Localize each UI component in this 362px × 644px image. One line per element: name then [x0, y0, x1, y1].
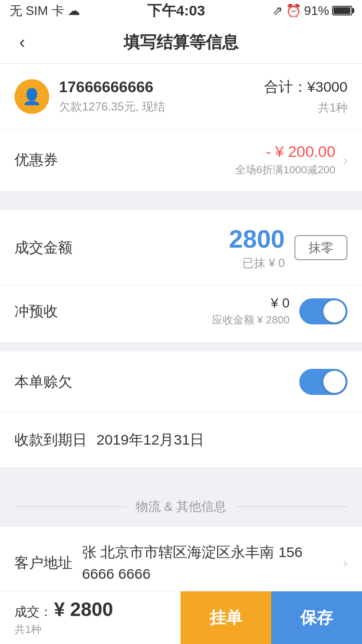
- section-divider: 物流 & 其他信息: [0, 487, 362, 527]
- customer-right: 合计：¥3000 共1种: [264, 77, 348, 115]
- debt-toggle-knob: [323, 371, 346, 393]
- avatar-icon: 👤: [22, 87, 42, 106]
- rush-prepay-amount: ¥ 0: [212, 295, 290, 311]
- toggle-knob: [323, 300, 346, 322]
- rush-prepay-label: 冲预收: [14, 302, 58, 322]
- alarm-icon: ⏰: [286, 3, 301, 18]
- gap1: [0, 200, 362, 210]
- debt-label: 本单赊欠: [14, 372, 72, 392]
- location-icon: ⇗: [272, 3, 283, 18]
- address-chevron-icon: ›: [343, 555, 348, 571]
- address-row[interactable]: 客户地址 张 北京市市辖区海淀区永丰南 156 6666 6666 ›: [0, 527, 362, 599]
- order-count: 共1种: [264, 100, 348, 115]
- order-total: 合计：¥3000: [264, 77, 348, 97]
- round-button[interactable]: 抹零: [294, 235, 348, 260]
- hold-button[interactable]: 挂单: [181, 591, 271, 644]
- rush-prepay-row: 冲预收 ¥ 0 应收金额 ¥ 2800: [0, 285, 362, 342]
- bottom-summary: 成交： ¥ 2800 共1种: [0, 599, 181, 637]
- divider-text: 物流 & 其他信息: [136, 498, 226, 515]
- bottom-count: 共1种: [14, 622, 166, 637]
- address-value: 张 北京市市辖区海淀区永丰南 156 6666 6666: [72, 541, 343, 585]
- sim-signal: 无 SIM 卡 ☁: [10, 2, 80, 19]
- status-bar: 无 SIM 卡 ☁ 下午4:03 ⇗ ⏰ 91%: [0, 0, 362, 21]
- customer-left: 👤 17666666666 欠款1276.35元, 现结: [14, 78, 165, 114]
- due-date-label: 收款到期日: [14, 430, 87, 450]
- status-time: 下午4:03: [147, 1, 205, 21]
- amount-label: 成交金额: [14, 238, 72, 258]
- rush-prepay-toggle[interactable]: [299, 298, 348, 324]
- battery-percent: 91%: [304, 3, 329, 18]
- rush-prepay-right: ¥ 0 应收金额 ¥ 2800: [212, 295, 348, 327]
- coupon-discount: - ¥ 200.00: [235, 143, 335, 161]
- rush-prepay-sub: 应收金额 ¥ 2800: [212, 313, 290, 327]
- bottom-deal-row: 成交： ¥ 2800: [14, 599, 166, 620]
- customer-card: 👤 17666666666 欠款1276.35元, 现结 合计：¥3000 共1…: [0, 64, 362, 191]
- status-left: 无 SIM 卡 ☁: [10, 2, 80, 19]
- customer-debt: 欠款1276.35元, 现结: [59, 99, 165, 114]
- debt-toggle[interactable]: [299, 369, 348, 395]
- debt-row: 本单赊欠: [0, 351, 362, 412]
- amount-right: 2800 已抹 ¥ 0 抹零: [229, 224, 348, 271]
- coupon-value-block: - ¥ 200.00 全场6折满1000减200: [235, 143, 335, 177]
- coupon-row[interactable]: 优惠券 - ¥ 200.00 全场6折满1000减200 ›: [0, 129, 362, 191]
- content: 👤 17666666666 欠款1276.35元, 现结 合计：¥3000 共1…: [0, 64, 362, 644]
- gap3: [0, 477, 362, 487]
- avatar: 👤: [14, 79, 49, 114]
- back-button[interactable]: ‹: [14, 28, 30, 57]
- due-date-value: 2019年12月31日: [97, 430, 204, 450]
- address-card: 客户地址 张 北京市市辖区海淀区永丰南 156 6666 6666 ›: [0, 527, 362, 599]
- coupon-desc: 全场6折满1000减200: [235, 163, 335, 177]
- amount-section: 成交金额 2800 已抹 ¥ 0 抹零 冲预收 ¥ 0 应收金额 ¥ 2800: [0, 210, 362, 342]
- debt-card: 本单赊欠 收款到期日 2019年12月31日: [0, 351, 362, 467]
- amount-row: 成交金额 2800 已抹 ¥ 0 抹零: [0, 210, 362, 285]
- gap2: [0, 342, 362, 351]
- battery-icon: [332, 6, 352, 15]
- due-date-row: 收款到期日 2019年12月31日: [0, 412, 362, 467]
- customer-row: 👤 17666666666 欠款1276.35元, 现结 合计：¥3000 共1…: [0, 64, 362, 129]
- amount-sub: 已抹 ¥ 0: [229, 255, 285, 271]
- customer-phone: 17666666666: [59, 78, 165, 96]
- status-right: ⇗ ⏰ 91%: [272, 3, 352, 18]
- coupon-right: - ¥ 200.00 全场6折满1000减200 ›: [235, 143, 348, 177]
- page-title: 填写结算等信息: [124, 31, 238, 54]
- coupon-chevron-icon: ›: [343, 153, 348, 168]
- save-button[interactable]: 保存: [271, 591, 362, 644]
- amount-value: 2800: [229, 224, 285, 253]
- customer-info: 17666666666 欠款1276.35元, 现结: [59, 78, 165, 114]
- bottom-bar: 成交： ¥ 2800 共1种 挂单 保存: [0, 591, 362, 644]
- bottom-amount: ¥ 2800: [54, 599, 113, 620]
- divider-line-left: [14, 506, 126, 507]
- bottom-deal-label: 成交：: [14, 603, 52, 620]
- address-label: 客户地址: [14, 553, 72, 573]
- divider-line-right: [236, 506, 348, 507]
- nav-bar: ‹ 填写结算等信息: [0, 21, 362, 64]
- coupon-label: 优惠券: [14, 150, 58, 170]
- rush-prepay-values: ¥ 0 应收金额 ¥ 2800: [212, 295, 290, 327]
